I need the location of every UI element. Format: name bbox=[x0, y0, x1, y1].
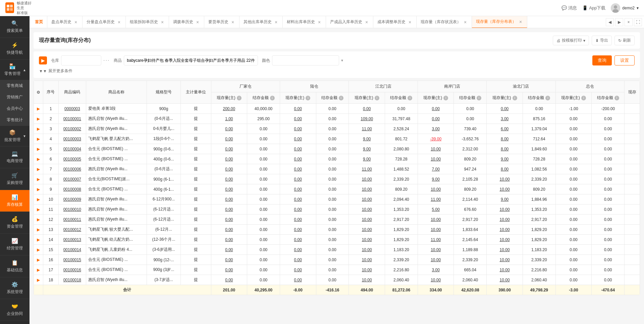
top-actions: 💬 消息 📱 App下载 demo2 ▾ bbox=[561, 3, 639, 13]
col-name: 合生元 (BIOSTIME) ... bbox=[86, 184, 147, 194]
sidebar-item-ops[interactable]: 📈 经营管理 bbox=[0, 234, 30, 256]
sidebar-item-wholesale[interactable]: 📦 批发管理 ▼ bbox=[0, 126, 30, 146]
sidebar-item-purchase[interactable]: 🛒 采购管理 bbox=[0, 168, 30, 190]
sidebar-item-retail-stats[interactable]: 零售统计 bbox=[0, 114, 30, 126]
col-expand[interactable]: ▶ bbox=[34, 215, 43, 225]
sidebar-item-marketing[interactable]: 营销推广 bbox=[0, 92, 30, 103]
col-fac-amt: 0.00 bbox=[247, 124, 280, 134]
sidebar-item-search[interactable]: 🔍 搜索英单 bbox=[0, 16, 30, 38]
tab-t8-close[interactable]: × bbox=[364, 20, 369, 25]
tab-expand-btn[interactable]: ⛶ bbox=[634, 18, 642, 26]
col-settings-icon: ⚙ bbox=[37, 90, 40, 95]
ybb-stock-info-icon[interactable]: i bbox=[513, 96, 517, 100]
tab-t1[interactable]: 盘点单历史 × bbox=[47, 16, 83, 28]
col-expand[interactable]: ▶ bbox=[34, 204, 43, 215]
lub-amt-info-icon[interactable]: i bbox=[339, 96, 343, 100]
fac-amt-info-icon[interactable]: i bbox=[270, 96, 275, 100]
color-input[interactable] bbox=[272, 55, 339, 65]
app-download-btn[interactable]: 📱 App下载 bbox=[582, 5, 605, 11]
tab-t4[interactable]: 调拨单历史 × bbox=[169, 16, 204, 28]
col-expand[interactable]: ▶ bbox=[34, 194, 43, 204]
sidebar-item-member[interactable]: 会员中心 bbox=[0, 103, 30, 114]
col-expand[interactable]: ▶ bbox=[34, 265, 43, 275]
tab-t1-close[interactable]: × bbox=[73, 20, 78, 25]
goods-input[interactable] bbox=[124, 55, 258, 65]
jb-stock-info-icon[interactable]: i bbox=[375, 96, 379, 100]
col-expand[interactable]: ▶ bbox=[34, 235, 43, 245]
tab-t5-close[interactable]: × bbox=[230, 20, 235, 25]
tab-home[interactable]: 首页 bbox=[31, 16, 47, 28]
fac-stock-info-icon[interactable]: i bbox=[237, 96, 241, 100]
tab-t3-close[interactable]: × bbox=[160, 20, 165, 25]
tab-t9-close[interactable]: × bbox=[408, 20, 412, 25]
col-code: 00100014 bbox=[58, 245, 86, 255]
tab-next-btn[interactable]: ▶ bbox=[615, 18, 623, 26]
col-expand[interactable]: ▶ bbox=[34, 245, 43, 255]
warehouse-dots[interactable]: ··· bbox=[103, 57, 110, 63]
tab-t11-close[interactable]: × bbox=[518, 19, 523, 24]
ybb-amt-info-icon[interactable]: i bbox=[545, 96, 550, 100]
sidebar-item-newguide[interactable]: 🧭 新手引导 bbox=[0, 321, 30, 324]
refresh-btn[interactable]: ↻ 刷新 bbox=[614, 36, 635, 45]
filter-expand-arrow[interactable]: ▶ bbox=[39, 56, 47, 64]
col-expand[interactable]: ▶ bbox=[34, 275, 43, 285]
tab-t4-close[interactable]: × bbox=[195, 20, 200, 25]
col-expand[interactable]: ▶ bbox=[34, 255, 43, 265]
col-expand[interactable]: ▶ bbox=[34, 124, 43, 134]
export-btn[interactable]: ⬇ 导出 bbox=[592, 36, 612, 45]
col-expand[interactable]: ▶ bbox=[34, 184, 43, 194]
tot-amt-info-icon[interactable]: i bbox=[614, 96, 619, 100]
col-expand[interactable]: ▶ bbox=[34, 154, 43, 164]
tot-stock-info-icon[interactable]: i bbox=[581, 96, 586, 100]
tab-t3[interactable]: 组装拆卸单历史 × bbox=[126, 16, 169, 28]
tab-t2[interactable]: 分量盘点单历史 × bbox=[83, 16, 126, 28]
col-expand[interactable]: ▶ bbox=[34, 225, 43, 235]
tab-t5[interactable]: 要货单历史 × bbox=[204, 16, 239, 28]
sidebar-item-finance[interactable]: 💰 资金管理 bbox=[0, 212, 30, 234]
ops-icon: 📈 bbox=[11, 238, 18, 244]
tab-t7-close[interactable]: × bbox=[317, 20, 322, 25]
warehouse-input[interactable] bbox=[61, 55, 101, 65]
tab-t8[interactable]: 产成品入库单历史 × bbox=[326, 16, 373, 28]
tab-t6-close[interactable]: × bbox=[274, 20, 278, 25]
col-expand[interactable]: ▶ bbox=[34, 174, 43, 184]
col-jb-stock: 10.00 bbox=[349, 275, 385, 285]
sidebar-item-ecom[interactable]: 💻 电商管理 bbox=[0, 146, 30, 168]
print-btn[interactable]: 🖨 按模板打印 ▾ bbox=[553, 36, 589, 45]
col-expand[interactable]: ▶ bbox=[34, 144, 43, 154]
sidebar-item-retail[interactable]: 🏪 零售管理 ▲ bbox=[0, 60, 30, 80]
na-stock-info-icon[interactable]: i bbox=[443, 96, 448, 100]
sidebar-item-basic[interactable]: 📋 基础信息 bbox=[0, 256, 30, 277]
sidebar-item-inventory[interactable]: 📊 库存核算 bbox=[0, 190, 30, 212]
tab-t11[interactable]: 现存量（库存分布表） × bbox=[472, 16, 527, 28]
th-nanan: 南岸门店 bbox=[418, 81, 486, 92]
col-settings-header[interactable]: ⚙ bbox=[34, 81, 43, 104]
user-info[interactable]: demo2 ▾ bbox=[611, 3, 639, 13]
message-btn[interactable]: 💬 消息 bbox=[561, 5, 577, 11]
col-expand[interactable]: ▶ bbox=[34, 164, 43, 174]
tab-t9[interactable]: 成本调整单历史 × bbox=[373, 16, 417, 28]
tab-t10[interactable]: 现存量（库存状况表） × bbox=[417, 16, 472, 28]
tab-prev-btn[interactable]: ◀ bbox=[606, 18, 614, 26]
sidebar-item-quicknav[interactable]: ⚡ 快捷导航 bbox=[0, 38, 30, 60]
col-fac-stock: 0.00 bbox=[211, 124, 247, 134]
jb-amt-info-icon[interactable]: i bbox=[408, 96, 412, 100]
query-btn[interactable]: 查询 bbox=[592, 55, 612, 65]
color-arrow[interactable]: ▾ bbox=[341, 58, 343, 63]
table-wrapper[interactable]: ⚙ 序号 商品编码 商品名称 规格型号 主计量单位 厂家仓 陆仓 江北门店 南 bbox=[34, 81, 640, 295]
tab-t2-close[interactable]: × bbox=[117, 20, 121, 25]
na-amt-info-icon[interactable]: i bbox=[477, 96, 481, 100]
tab-t10-close[interactable]: × bbox=[463, 20, 468, 25]
sidebar-item-retail-shop[interactable]: 零售商城 bbox=[0, 80, 30, 92]
col-expand[interactable]: ▶ bbox=[34, 114, 43, 124]
col-expand[interactable]: ▶ bbox=[34, 104, 43, 114]
col-expand[interactable]: ▶ bbox=[34, 134, 43, 144]
tab-t6[interactable]: 其他出库单历史 × bbox=[239, 16, 283, 28]
settings-btn[interactable]: 设置 bbox=[614, 55, 635, 65]
filter-expand-more[interactable]: ▼▼ 展开更多条件 bbox=[39, 68, 635, 74]
lub-stock-info-icon[interactable]: i bbox=[306, 96, 310, 100]
sidebar-item-corp[interactable]: 🤝 企业协同 bbox=[0, 299, 30, 321]
tab-t7[interactable]: 材料出库单历史 × bbox=[283, 16, 326, 28]
sidebar-item-system[interactable]: ⚙️ 系统管理 bbox=[0, 277, 30, 299]
tab-close-all-btn[interactable]: × bbox=[625, 18, 633, 26]
